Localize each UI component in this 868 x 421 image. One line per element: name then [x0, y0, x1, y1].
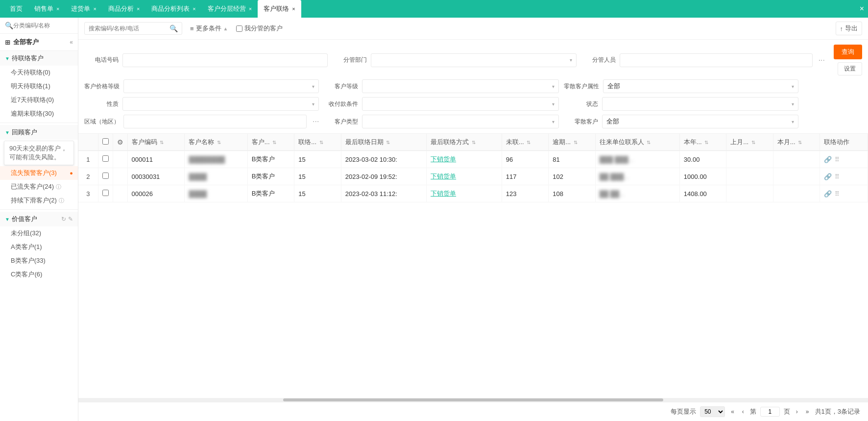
sidebar-item-tomorrow[interactable]: 明天待联络(1) — [0, 79, 78, 93]
cell-action[interactable]: 🔗 ⠿ — [820, 185, 868, 202]
sidebar-section-value-header[interactable]: ▼ 价值客户 ↻ ✎ — [0, 212, 78, 226]
payment-select[interactable]: ▾ — [362, 97, 558, 111]
page-last-button[interactable]: » — [804, 407, 811, 416]
scatter-attr-select[interactable]: 全部 ▾ — [603, 79, 798, 93]
close-tab-purchase[interactable]: × — [93, 6, 96, 12]
sidebar-item-7days[interactable]: 近7天待联络(0) — [0, 93, 78, 107]
price-level-select[interactable]: ▾ — [123, 79, 319, 93]
col-overdue[interactable]: 逾期... ⇅ — [549, 134, 595, 151]
nav-home[interactable]: 首页 — [4, 4, 28, 13]
phone-label: 电话号码 — [84, 56, 119, 64]
sidebar-item-losing-risk[interactable]: 流失预警客户(3) ● — [0, 166, 78, 180]
table-settings-icon[interactable]: ⚙ — [117, 138, 123, 146]
dept-select[interactable]: ▾ — [371, 53, 576, 67]
sidebar-section-losing-header[interactable]: ▼ 回顾客户 — [0, 125, 78, 140]
page-prev-button[interactable]: ‹ — [740, 407, 746, 416]
cell-checkbox[interactable] — [98, 185, 113, 202]
col-contacts[interactable]: 联络... ⇅ — [294, 134, 341, 151]
col-checkbox-header[interactable] — [98, 134, 113, 151]
col-this-year[interactable]: 本年... ⇅ — [679, 134, 726, 151]
level-select[interactable]: ▾ — [362, 79, 558, 93]
tab-analysis[interactable]: 商品分析 × — [102, 0, 145, 18]
sidebar-item-declining[interactable]: 持续下滑客户(2) ⓘ — [0, 194, 78, 207]
cell-last-way[interactable]: 下销货单 — [427, 151, 502, 168]
region-input[interactable] — [123, 115, 307, 128]
page-next-button[interactable]: › — [794, 407, 800, 416]
close-tab-customer-mgmt[interactable]: × — [249, 6, 252, 12]
query-button[interactable]: 查询 — [834, 45, 862, 59]
close-all-button[interactable]: × — [860, 4, 864, 13]
action-menu-icon[interactable]: ⠿ — [835, 173, 840, 180]
cell-last-way[interactable]: 下销货单 — [427, 168, 502, 185]
filter-icon: ≡ — [190, 25, 194, 32]
action-menu-icon[interactable]: ⠿ — [835, 190, 840, 198]
refresh-icon[interactable]: ↻ — [61, 216, 66, 223]
nature-select[interactable]: ▾ — [122, 97, 319, 111]
col-last-month[interactable]: 上月... ⇅ — [726, 134, 773, 151]
edit-icon[interactable]: ✎ — [68, 216, 73, 223]
search-input[interactable] — [89, 25, 169, 32]
sidebar-item-lost[interactable]: 已流失客户(24) ⓘ — [0, 180, 78, 194]
sidebar-item-today[interactable]: 今天待联络(0) — [0, 66, 78, 79]
status-select[interactable]: ▾ — [602, 97, 798, 111]
more-filter-button[interactable]: ≡ 更多条件 ▲ — [186, 22, 232, 35]
person-input[interactable] — [620, 53, 813, 67]
cell-checkbox[interactable] — [98, 151, 113, 168]
filter-field-region: 区域（地区） ··· — [84, 115, 319, 128]
my-customers-checkbox-label[interactable]: 我分管的客户 — [236, 24, 283, 33]
close-tab-analysis-list[interactable]: × — [193, 6, 195, 12]
action-link-icon[interactable]: 🔗 — [824, 173, 832, 180]
per-page-select[interactable]: 50 100 200 — [700, 406, 725, 417]
horizontal-scrollbar[interactable] — [78, 398, 868, 402]
settings-button[interactable]: 设置 — [838, 62, 862, 75]
col-not-linked[interactable]: 未联... ⇅ — [502, 134, 548, 151]
sidebar-item-c-class[interactable]: C类客户(6) — [0, 268, 78, 281]
person-dots[interactable]: ··· — [819, 56, 825, 65]
col-last-way[interactable]: 最后联络方式 ⇅ — [427, 134, 502, 151]
select-all-checkbox[interactable] — [102, 138, 109, 145]
page-number-input[interactable] — [760, 407, 780, 417]
tab-customer-link[interactable]: 客户联络 × — [258, 0, 301, 18]
action-menu-icon[interactable]: ⠿ — [835, 156, 840, 163]
table-wrap: ⚙ 客户编码 ⇅ 客户名称 ⇅ 客户... ⇅ — [78, 134, 868, 398]
col-last-date[interactable]: 最后联络日期 ⇅ — [341, 134, 426, 151]
sidebar-item-b-class[interactable]: B类客户(33) — [0, 254, 78, 268]
sidebar-item-ungroup[interactable]: 未分组(32) — [0, 226, 78, 240]
tab-customer-mgmt[interactable]: 客户分层经营 × — [202, 0, 258, 18]
cell-last-way[interactable]: 下销货单 — [427, 185, 502, 202]
cell-last-month — [726, 185, 773, 202]
cust-type-select[interactable]: ▾ — [362, 115, 558, 128]
tab-purchase[interactable]: 进货单 × — [65, 0, 102, 18]
col-code[interactable]: 客户编码 ⇅ — [127, 134, 185, 151]
sidebar-item-overdue[interactable]: 逾期未联络(30) — [0, 107, 78, 121]
scroll-thumb[interactable] — [283, 398, 663, 401]
phone-input[interactable] — [122, 53, 328, 67]
action-link-icon[interactable]: 🔗 — [824, 156, 832, 163]
region-dots[interactable]: ··· — [313, 117, 319, 126]
cell-action[interactable]: 🔗 ⠿ — [820, 168, 868, 185]
sidebar-item-a-class[interactable]: A类客户(1) — [0, 240, 78, 254]
col-this-month[interactable]: 本月... ⇅ — [773, 134, 820, 151]
level-label: 客户等级 — [324, 82, 358, 91]
page-first-button[interactable]: « — [729, 407, 736, 416]
tab-analysis-list[interactable]: 商品分析列表 × — [145, 0, 201, 18]
cell-checkbox[interactable] — [98, 168, 113, 185]
col-settings-header[interactable]: ⚙ — [113, 134, 127, 151]
close-tab-analysis[interactable]: × — [137, 6, 140, 12]
close-tab-sales[interactable]: × — [56, 6, 59, 12]
cell-action[interactable]: 🔗 ⠿ — [820, 151, 868, 168]
scatter-select[interactable]: 全部 ▾ — [602, 115, 798, 128]
sort-icon-type: ⇅ — [272, 140, 276, 145]
export-button[interactable]: ↑ 导出 — [836, 22, 863, 35]
col-contact-person[interactable]: 往来单位联系人 ⇅ — [595, 134, 679, 151]
tab-sales[interactable]: 销售单 × — [28, 0, 65, 18]
sidebar-search-input[interactable] — [13, 22, 78, 29]
search-button[interactable]: 🔍 — [169, 25, 178, 32]
close-tab-customer-link[interactable]: × — [292, 6, 295, 12]
col-type[interactable]: 客户... ⇅ — [247, 134, 294, 151]
action-link-icon[interactable]: 🔗 — [824, 190, 832, 198]
my-customers-checkbox[interactable] — [236, 25, 242, 32]
all-customers-button[interactable]: ⊞ 全部客户 « — [0, 34, 78, 51]
col-name[interactable]: 客户名称 ⇅ — [185, 134, 247, 151]
sidebar-section-pending-header[interactable]: ▼ 待联络客户 — [0, 51, 78, 66]
